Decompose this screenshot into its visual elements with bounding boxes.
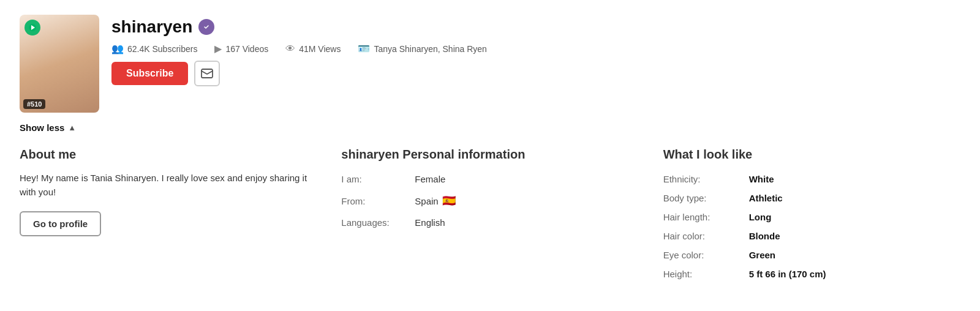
content-grid: About me Hey! My name is Tania Shinaryen… [20,148,960,279]
looks-row-ethnicity: Ethnicity: White [663,174,960,184]
show-less-label: Show less [20,122,64,133]
personal-title: shinaryen Personal information [341,148,638,162]
views-stat: 👁 41M Views [285,43,341,54]
languages-value: English [415,217,445,228]
info-row-from: From: Spain 🇪🇸 [341,194,638,208]
personal-section: shinaryen Personal information I am: Fem… [341,148,638,279]
videos-value: 167 Videos [225,44,268,54]
eye-color-label: Eye color: [663,250,749,260]
looks-row-hair-color: Hair color: Blonde [663,231,960,241]
gender-value: Female [415,174,445,184]
views-value: 41M Views [299,44,341,54]
subscribers-value: 62.4K Subscribers [127,44,197,54]
from-value: Spain 🇪🇸 [415,194,455,208]
subscribers-stat: 👥 62.4K Subscribers [111,43,197,54]
videos-stat: ▶ 167 Videos [214,43,268,54]
verified-icon [198,19,214,35]
ethnicity-label: Ethnicity: [663,174,749,184]
subscribers-icon: 👥 [111,43,124,54]
stats-row: 👥 62.4K Subscribers ▶ 167 Videos 👁 41M V… [111,43,487,54]
about-text: Hey! My name is Tania Shinaryen. I reall… [20,171,317,199]
play-icon [24,20,40,36]
aka-stat: 🪪 Tanya Shinaryen, Shina Ryen [358,43,486,54]
show-less-toggle[interactable]: Show less ▲ [20,122,960,133]
username-row: shinaryen [111,17,487,37]
personal-info-table: I am: Female From: Spain 🇪🇸 Languages: E… [341,174,638,228]
looks-section: What I look like Ethnicity: White Body t… [663,148,960,279]
height-value: 5 ft 66 in (170 cm) [749,269,826,279]
hair-length-value: Long [749,212,772,222]
spain-flag: 🇪🇸 [442,194,456,208]
actions-row: Subscribe [111,61,487,86]
gender-label: I am: [341,174,415,184]
hair-length-label: Hair length: [663,212,749,222]
hair-color-label: Hair color: [663,231,749,241]
looks-table: Ethnicity: White Body type: Athletic Hai… [663,174,960,279]
about-section: About me Hey! My name is Tania Shinaryen… [20,148,317,279]
info-row-gender: I am: Female [341,174,638,184]
languages-label: Languages: [341,217,415,228]
subscribe-button[interactable]: Subscribe [111,62,188,85]
looks-row-hair-length: Hair length: Long [663,212,960,222]
looks-row-height: Height: 5 ft 66 in (170 cm) [663,269,960,279]
message-icon [201,69,213,78]
eye-color-value: Green [749,250,775,260]
from-label: From: [341,196,415,206]
chevron-up-icon: ▲ [68,123,76,132]
aka-icon: 🪪 [358,43,370,54]
username: shinaryen [111,17,192,37]
rank-badge: #510 [23,99,45,109]
profile-info: shinaryen 👥 62.4K Subscribers ▶ 167 Vide… [111,15,487,86]
videos-icon: ▶ [214,43,222,54]
body-type-label: Body type: [663,193,749,203]
body-type-value: Athletic [749,193,783,203]
looks-title: What I look like [663,148,960,162]
looks-row-body-type: Body type: Athletic [663,193,960,203]
ethnicity-value: White [749,174,774,184]
views-icon: 👁 [285,43,295,54]
avatar: #510 [20,15,99,113]
page-wrapper: #510 shinaryen 👥 62.4K Subscribers [0,0,980,294]
profile-header: #510 shinaryen 👥 62.4K Subscribers [20,15,960,113]
go-to-profile-button[interactable]: Go to profile [20,211,101,236]
info-row-languages: Languages: English [341,217,638,228]
hair-color-value: Blonde [749,231,780,241]
aka-value: Tanya Shinaryen, Shina Ryen [374,44,486,54]
looks-row-eye-color: Eye color: Green [663,250,960,260]
about-title: About me [20,148,317,162]
height-label: Height: [663,269,749,279]
message-button[interactable] [194,61,220,86]
